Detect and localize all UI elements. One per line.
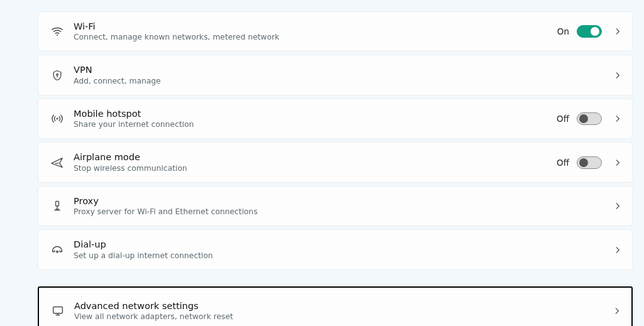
card-dialup-texts: Dial-up Set up a dial-up internet connec…	[74, 239, 609, 260]
proxy-icon	[50, 198, 65, 214]
wifi-icon	[50, 24, 65, 39]
card-airplane-texts: Airplane mode Stop wireless communicatio…	[74, 151, 557, 173]
svg-point-2	[57, 118, 58, 120]
card-title: Wi-Fi	[74, 21, 557, 32]
svg-point-4	[57, 251, 58, 253]
card-proxy-texts: Proxy Proxy server for Wi-Fi and Etherne…	[74, 195, 609, 217]
card-title: Proxy	[74, 195, 609, 207]
card-title: Airplane mode	[74, 151, 557, 163]
card-subtitle: Connect, manage known networks, metered …	[74, 33, 557, 42]
card-subtitle: Proxy server for Wi-Fi and Ethernet conn…	[74, 207, 609, 217]
card-title: VPN	[74, 64, 609, 75]
chevron-right-icon	[613, 246, 622, 254]
settings-network-list: Wi-Fi Connect, manage known networks, me…	[0, 0, 644, 326]
dialup-icon	[50, 242, 65, 258]
card-vpn[interactable]: VPN Add, connect, manage	[38, 55, 633, 95]
wifi-toggle-label: On	[557, 26, 569, 36]
svg-rect-3	[56, 202, 59, 207]
card-advanced-network[interactable]: Advanced network settings View all netwo…	[38, 286, 633, 326]
hotspot-toggle[interactable]	[577, 112, 602, 125]
card-advanced-texts: Advanced network settings View all netwo…	[74, 300, 609, 322]
chevron-right-icon	[613, 202, 622, 210]
hotspot-toggle-label: Off	[557, 114, 569, 124]
network-adapter-icon	[50, 303, 65, 318]
card-subtitle: View all network adapters, network reset	[74, 312, 609, 322]
card-hotspot[interactable]: Mobile hotspot Share your internet conne…	[38, 99, 633, 139]
wifi-toggle[interactable]	[577, 25, 602, 38]
card-subtitle: Set up a dial-up internet connection	[74, 251, 609, 261]
airplane-icon	[50, 155, 65, 170]
card-vpn-texts: VPN Add, connect, manage	[74, 64, 609, 85]
svg-rect-5	[53, 307, 63, 313]
airplane-toggle-label: Off	[557, 158, 569, 168]
card-wifi-texts: Wi-Fi Connect, manage known networks, me…	[74, 21, 557, 42]
chevron-right-icon	[613, 71, 622, 80]
chevron-right-icon	[613, 114, 622, 123]
card-proxy[interactable]: Proxy Proxy server for Wi-Fi and Etherne…	[38, 186, 633, 226]
svg-point-0	[57, 35, 58, 36]
card-airplane[interactable]: Airplane mode Stop wireless communicatio…	[38, 142, 633, 182]
shield-icon	[50, 68, 65, 83]
card-title: Mobile hotspot	[74, 108, 557, 119]
card-subtitle: Stop wireless communication	[74, 164, 557, 173]
card-hotspot-texts: Mobile hotspot Share your internet conne…	[74, 108, 557, 129]
chevron-right-icon	[613, 158, 622, 167]
card-dialup[interactable]: Dial-up Set up a dial-up internet connec…	[38, 229, 633, 269]
card-subtitle: Share your internet connection	[74, 120, 557, 129]
card-wifi[interactable]: Wi-Fi Connect, manage known networks, me…	[38, 11, 633, 52]
chevron-right-icon	[613, 307, 621, 315]
chevron-right-icon	[613, 27, 622, 36]
card-title: Dial-up	[74, 239, 609, 250]
card-subtitle: Add, connect, manage	[74, 77, 609, 86]
card-title: Advanced network settings	[74, 300, 609, 312]
hotspot-icon	[50, 111, 65, 126]
airplane-toggle[interactable]	[577, 156, 602, 169]
